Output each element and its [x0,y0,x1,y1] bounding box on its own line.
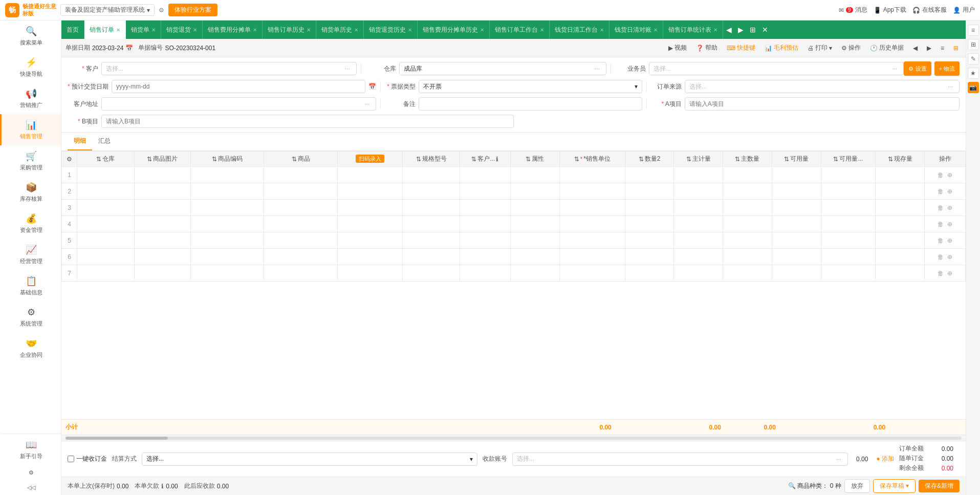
tab-order-workbench[interactable]: 销售订单工作台 ✕ [490,20,550,39]
copy-row-btn[interactable]: ⊕ [946,171,953,179]
industry-btn[interactable]: 体验行业方案 [168,4,217,16]
warehouse-cell[interactable] [77,167,135,183]
right-btn-1[interactable]: ≡ [968,25,979,36]
tab-close-icon[interactable]: ✕ [151,27,156,33]
calendar-icon[interactable]: 📅 [368,83,376,90]
sidebar-item-system[interactable]: ⚙ 系统管理 [0,302,61,333]
tab-sales-return-history[interactable]: 销货退货历史 ✕ [364,20,418,39]
col-header-product[interactable]: ⇅商品 [264,152,338,167]
sidebar-item-base-info[interactable]: 📋 基础信息 [0,270,61,302]
right-btn-3[interactable]: ✎ [968,53,979,64]
account-input[interactable]: 选择... ··· [512,453,848,466]
product-cell[interactable] [264,167,338,183]
attr-cell[interactable] [510,200,559,216]
print-btn[interactable]: 🖨 打印 ▾ [804,42,835,53]
col-header-main-unit[interactable]: ⇅主计量 [674,152,723,167]
next-record-btn[interactable]: ▶ [924,44,934,53]
settings-float-btn[interactable]: ⚙ 设置 [904,61,931,76]
help-btn[interactable]: ❓ 帮助 [693,42,721,53]
save-draft-btn[interactable]: 保存草稿 ▾ [873,479,916,493]
tab-close-icon[interactable]: ✕ [713,27,717,33]
message-item[interactable]: ✉ 9 9 消息 [839,6,867,14]
calendar-icon[interactable]: 📅 [125,45,133,52]
tab-expense-history[interactable]: 销售费用分摊单历史 ✕ [418,20,490,39]
online-service-item[interactable]: 🎧 在线客服 [912,6,947,14]
discard-btn[interactable]: 放弃 [844,479,870,493]
code-cell[interactable] [190,216,264,232]
tab-sales-order-history[interactable]: 销售订单历史 ✕ [263,20,316,39]
save-new-btn[interactable]: 保存&新增 [919,480,960,492]
col-header-gear[interactable]: ⚙ [62,152,77,167]
tab-next-btn[interactable]: ▶ [735,26,747,34]
attr-cell[interactable] [510,167,559,183]
account-expand-icon[interactable]: ··· [834,456,843,463]
salesperson-input[interactable]: 选择... ··· [649,62,904,75]
customer-no-cell[interactable] [460,167,511,183]
customer-expand-icon[interactable]: ··· [343,65,352,72]
attr-cell[interactable] [510,232,559,249]
tab-summary[interactable]: 汇总 [92,133,117,150]
main-qty-cell[interactable] [723,249,772,265]
customer-no-cell[interactable] [460,183,511,200]
col-header-spec[interactable]: ⇅规格型号 [403,152,460,167]
warehouse-cell[interactable] [77,265,135,282]
fullscreen-btn[interactable]: ⊞ [950,44,962,53]
qty2-cell[interactable] [625,232,674,249]
col-header-qty2[interactable]: ⇅数量2 [625,152,674,167]
col-header-customer-no[interactable]: ⇅客户...ℹ [460,152,511,167]
add-product-float-btn[interactable]: + 物流 [934,61,960,76]
tab-daily-reconcile[interactable]: 钱货日清对账 ✕ [609,20,663,39]
unit-cell[interactable] [559,167,625,183]
sidebar-settings[interactable]: ⚙ [0,465,61,480]
view-btn[interactable]: ▶ 视频 [665,42,690,53]
prev-record-btn[interactable]: ◀ [910,44,921,53]
delivery-date-input[interactable] [112,80,365,93]
quick-pay-checkbox[interactable]: 一键收订金 [68,455,107,463]
col-header-scan[interactable]: 扫码录入 [337,152,403,167]
code-cell[interactable] [190,232,264,249]
tab-close-icon[interactable]: ✕ [354,27,358,33]
sidebar-item-nav[interactable]: ⚡ 快捷导航 [0,52,61,83]
sidebar-item-sales[interactable]: 📊 销售管理 [0,114,61,145]
qty2-cell[interactable] [625,183,674,200]
copy-row-btn[interactable]: ⊕ [946,237,953,244]
product-cell[interactable] [264,216,338,232]
sidebar-item-marketing[interactable]: 📢 营销推广 [0,83,61,114]
sidebar-item-finance[interactable]: 💰 资金管理 [0,208,61,239]
qty2-cell[interactable] [625,167,674,183]
main-qty-cell[interactable] [723,167,772,183]
tab-expand-btn[interactable]: ⊞ [747,26,759,34]
shortcut-btn[interactable]: ⌨ 快捷键 [724,42,758,53]
sidebar-item-operation[interactable]: 📈 经营管理 [0,239,61,270]
payment-method-select[interactable]: 选择... ▾ [142,453,477,466]
customer-no-cell[interactable] [460,249,511,265]
user-item[interactable]: 👤 用户 [953,6,975,14]
qty2-cell[interactable] [625,265,674,282]
customer-no-cell[interactable] [460,232,511,249]
code-cell[interactable] [190,265,264,282]
quick-pay-check[interactable] [68,456,74,462]
main-qty-cell[interactable] [723,183,772,200]
addr-expand-icon[interactable]: ··· [362,100,372,107]
main-qty-cell[interactable] [723,232,772,249]
product-cell[interactable] [264,249,338,265]
product-cell[interactable] [264,265,338,282]
warehouse-cell[interactable] [77,200,135,216]
sidebar-item-guide[interactable]: 📖 新手引导 [0,434,61,465]
tab-close-icon[interactable]: ✕ [654,27,658,33]
copy-row-btn[interactable]: ⊕ [946,253,953,261]
order-source-expand-icon[interactable]: ··· [946,83,955,90]
unit-cell[interactable] [559,265,625,282]
tab-close-icon[interactable]: ✕ [307,27,311,33]
tab-close-icon[interactable]: ✕ [408,27,412,33]
add-payment-btn[interactable]: ● 添加 [876,455,894,463]
spec-cell[interactable] [403,265,460,282]
invoice-type-select[interactable]: 不开票 ▾ [419,80,642,93]
spec-cell[interactable] [403,167,460,183]
warehouse-input[interactable]: 成品库 ··· [399,62,606,75]
sidebar-collapse[interactable]: ◁◁ [0,480,61,495]
unit-cell[interactable] [559,183,625,200]
warehouse-expand-icon[interactable]: ··· [593,65,602,72]
tab-sales-expense[interactable]: 销售费用分摊单 ✕ [203,20,263,39]
spec-cell[interactable] [403,232,460,249]
